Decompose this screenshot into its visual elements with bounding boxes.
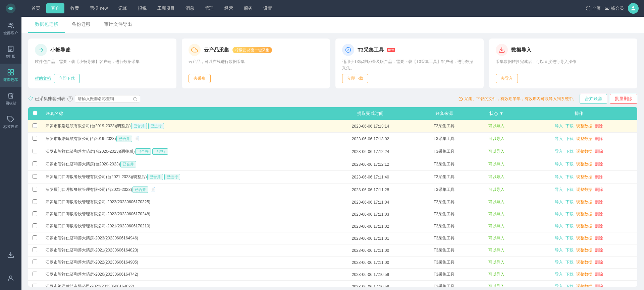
help-doc-link[interactable]: 帮助文档 [35, 76, 51, 81]
action-下载[interactable]: 下载 [566, 236, 574, 240]
sidebar-item-zero-report[interactable]: 0申报 [0, 40, 21, 64]
action-调整数据[interactable]: 调整数据 [576, 187, 592, 192]
row-checkbox[interactable] [33, 284, 37, 287]
nav-bookkeeping[interactable]: 记账 [114, 3, 132, 13]
action-下载[interactable]: 下载 [566, 162, 574, 166]
action-删除[interactable]: 删除 [595, 260, 603, 265]
row-checkbox[interactable] [33, 235, 37, 240]
action-下载[interactable]: 下载 [566, 284, 574, 287]
sidebar-item-all-clients[interactable]: 全部客户 [0, 17, 21, 40]
action-下载[interactable]: 下载 [566, 124, 574, 128]
action-导入[interactable]: 导入 [555, 136, 563, 141]
sidebar-item-account-migrate[interactable]: 账套迁移 [0, 64, 21, 87]
row-checkbox[interactable] [33, 136, 37, 141]
action-调整数据[interactable]: 调整数据 [576, 124, 592, 128]
sidebar-download[interactable] [0, 243, 21, 267]
action-调整数据[interactable]: 调整数据 [576, 260, 592, 265]
row-checkbox[interactable] [33, 247, 37, 252]
action-调整数据[interactable]: 调整数据 [576, 272, 592, 277]
row-checkbox[interactable] [33, 187, 37, 192]
action-删除[interactable]: 删除 [595, 174, 603, 179]
action-调整数据[interactable]: 调整数据 [576, 200, 592, 204]
action-导入[interactable]: 导入 [555, 187, 563, 192]
row-checkbox[interactable] [33, 161, 37, 166]
action-导入[interactable]: 导入 [555, 260, 563, 265]
nav-settings[interactable]: 设置 [259, 3, 277, 13]
t3-download-btn[interactable]: 立即下载 [342, 74, 368, 83]
action-导入[interactable]: 导入 [555, 174, 563, 179]
action-下载[interactable]: 下载 [566, 260, 574, 265]
row-checkbox[interactable] [33, 174, 37, 179]
action-删除[interactable]: 删除 [595, 284, 603, 287]
col-status[interactable]: 状态 ▼ [473, 107, 521, 120]
action-删除[interactable]: 删除 [595, 124, 603, 128]
fullscreen-btn[interactable]: 全屏 [586, 5, 601, 11]
action-下载[interactable]: 下载 [566, 187, 574, 192]
sidebar-item-recycle[interactable]: 回收站 [0, 87, 21, 111]
nav-invoice[interactable]: 票据 new [85, 3, 112, 13]
action-导入[interactable]: 导入 [555, 284, 563, 287]
action-下载[interactable]: 下载 [566, 200, 574, 204]
action-删除[interactable]: 删除 [595, 200, 603, 204]
action-导入[interactable]: 导入 [555, 248, 563, 252]
tab-data-migration[interactable]: 数据包迁移 [28, 17, 65, 33]
action-调整数据[interactable]: 调整数据 [576, 162, 592, 166]
action-删除[interactable]: 删除 [595, 248, 603, 252]
nav-clients[interactable]: 客户 [46, 3, 64, 13]
action-导入[interactable]: 导入 [555, 212, 563, 216]
action-调整数据[interactable]: 调整数据 [576, 149, 592, 154]
user-avatar[interactable] [628, 3, 639, 14]
nav-messages[interactable]: 消息 [181, 3, 199, 13]
action-删除[interactable]: 删除 [595, 272, 603, 277]
sidebar-item-tag-settings[interactable]: 标签设置 [0, 111, 21, 134]
action-删除[interactable]: 删除 [595, 187, 603, 192]
action-调整数据[interactable]: 调整数据 [576, 136, 592, 141]
action-下载[interactable]: 下载 [566, 149, 574, 154]
action-下载[interactable]: 下载 [566, 272, 574, 277]
row-checkbox[interactable] [33, 260, 37, 264]
action-调整数据[interactable]: 调整数据 [576, 174, 592, 179]
row-checkbox[interactable] [33, 211, 37, 216]
action-下载[interactable]: 下载 [566, 174, 574, 179]
action-删除[interactable]: 删除 [595, 224, 603, 228]
action-调整数据[interactable]: 调整数据 [576, 212, 592, 216]
action-导入[interactable]: 导入 [555, 124, 563, 128]
tab-backup-migration[interactable]: 备份迁移 [65, 17, 97, 33]
action-下载[interactable]: 下载 [566, 212, 574, 216]
refresh-icon[interactable] [28, 96, 33, 102]
dataimport-btn[interactable]: 去导入 [496, 74, 518, 83]
nav-billing[interactable]: 收费 [66, 3, 84, 13]
nav-business[interactable]: 工商项目 [153, 3, 179, 13]
sidebar-user-settings[interactable] [0, 267, 21, 290]
nav-services[interactable]: 服务 [239, 3, 257, 13]
nav-tax[interactable]: 报税 [133, 3, 151, 13]
action-调整数据[interactable]: 调整数据 [576, 236, 592, 240]
action-导入[interactable]: 导入 [555, 200, 563, 204]
row-checkbox[interactable] [33, 123, 37, 128]
vip-btn[interactable]: 畅会员 [605, 5, 624, 11]
action-调整数据[interactable]: 调整数据 [576, 284, 592, 287]
nav-operations[interactable]: 经营 [220, 3, 238, 13]
nav-management[interactable]: 管理 [200, 3, 218, 13]
row-checkbox[interactable] [33, 223, 37, 228]
nav-home[interactable]: 首页 [27, 3, 45, 13]
select-all-checkbox[interactable] [33, 111, 37, 115]
help-icon[interactable]: ? [67, 96, 73, 101]
action-下载[interactable]: 下载 [566, 136, 574, 141]
app-logo[interactable] [0, 0, 21, 17]
xiaochang-download-btn[interactable]: 立即下载 [54, 74, 80, 83]
row-checkbox[interactable] [33, 272, 37, 276]
merge-accounts-btn[interactable]: 合并账套 [580, 94, 607, 104]
search-input[interactable] [78, 96, 131, 101]
action-导入[interactable]: 导入 [555, 272, 563, 277]
cloud-collect-btn[interactable]: 去采集 [189, 74, 211, 83]
action-导入[interactable]: 导入 [555, 236, 563, 240]
batch-delete-btn[interactable]: 批量删除 [610, 94, 637, 104]
action-删除[interactable]: 删除 [595, 136, 603, 141]
action-删除[interactable]: 删除 [595, 212, 603, 216]
action-删除[interactable]: 删除 [595, 162, 603, 166]
action-下载[interactable]: 下载 [566, 224, 574, 228]
tab-audit-export[interactable]: 审计文件导出 [97, 17, 139, 33]
action-导入[interactable]: 导入 [555, 162, 563, 166]
action-导入[interactable]: 导入 [555, 149, 563, 154]
